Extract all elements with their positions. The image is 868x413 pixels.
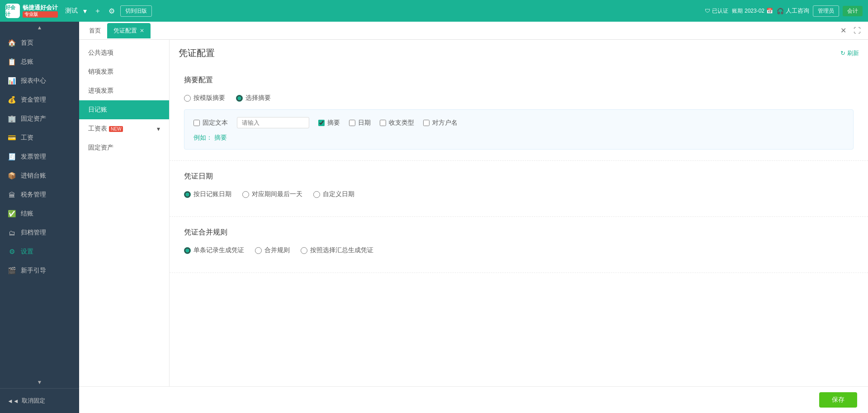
period-info: 账期 2023-02 📅 bbox=[732, 7, 773, 15]
service-button[interactable]: 🎧 人工咨询 bbox=[777, 7, 809, 15]
radio-select-summary-input[interactable] bbox=[236, 95, 243, 102]
refresh-button[interactable]: ↻ 刷新 bbox=[840, 49, 859, 57]
sidebar-item-sales[interactable]: 📦 进销台账 bbox=[0, 166, 79, 185]
radio-aggregate-generate-input[interactable] bbox=[301, 247, 307, 254]
window-close-icon[interactable]: ✕ bbox=[837, 24, 850, 37]
refresh-label: 刷新 bbox=[847, 49, 859, 57]
switch-old-version-button[interactable]: 切到旧版 bbox=[120, 5, 152, 17]
radio-period-last-day-label: 对应期间最后一天 bbox=[252, 190, 302, 198]
checkbox-income-type-label: 收支类型 bbox=[389, 119, 414, 127]
checkbox-income-type[interactable]: 收支类型 bbox=[380, 119, 414, 127]
radio-template-summary-label: 按模版摘要 bbox=[193, 94, 225, 102]
radio-custom-date-input[interactable] bbox=[313, 191, 320, 198]
radio-aggregate-generate-label: 按照选择汇总生成凭证 bbox=[310, 246, 373, 254]
radio-template-summary[interactable]: 按模版摘要 bbox=[184, 94, 225, 102]
radio-custom-date[interactable]: 自定义日期 bbox=[313, 190, 354, 198]
tab-home[interactable]: 首页 bbox=[83, 23, 107, 38]
tab-close-icon[interactable]: ✕ bbox=[140, 28, 144, 34]
logo-text: 畅捷通好会计 专业版 bbox=[23, 4, 58, 18]
checkbox-counterpart-name[interactable]: 对方户名 bbox=[423, 119, 458, 127]
merge-section-title: 凭证合并规则 bbox=[184, 228, 854, 237]
sidebar-item-tax[interactable]: 🏛 税务管理 bbox=[0, 185, 79, 204]
radio-journal-date-input[interactable] bbox=[184, 191, 191, 198]
fullscreen-icon[interactable]: ⛶ bbox=[850, 25, 864, 37]
top-right-area: 🛡 已认证 账期 2023-02 📅 🎧 人工咨询 管理员 会计 bbox=[705, 5, 863, 17]
left-nav-sales-invoice-label: 销项发票 bbox=[88, 68, 113, 76]
checkbox-summary-label: 摘要 bbox=[327, 119, 340, 127]
sidebar-label-salary: 工资 bbox=[21, 134, 33, 142]
calendar-icon[interactable]: 📅 bbox=[766, 8, 773, 14]
new-badge: NEW bbox=[109, 126, 123, 132]
checkbox-income-type-input[interactable] bbox=[380, 120, 386, 126]
sidebar-item-close[interactable]: ✅ 结账 bbox=[0, 204, 79, 223]
checkbox-summary[interactable]: 摘要 bbox=[318, 119, 340, 127]
left-nav-fixed-assets[interactable]: 固定资产 bbox=[79, 138, 169, 157]
radio-merge-rule[interactable]: 合并规则 bbox=[255, 246, 290, 254]
certified-label: 已认证 bbox=[712, 7, 728, 15]
sidebar-item-archive[interactable]: 🗂 归档管理 bbox=[0, 223, 79, 242]
tab-voucher-config-label: 凭证配置 bbox=[113, 27, 137, 35]
example-prefix: 例如： bbox=[193, 134, 212, 141]
logo-area: 好会计 畅捷通好会计 专业版 bbox=[5, 4, 58, 18]
left-nav-journal-label: 日记账 bbox=[88, 106, 107, 114]
radio-single-record[interactable]: 单条记录生成凭证 bbox=[184, 246, 244, 254]
scroll-down-arrow[interactable]: ▼ bbox=[33, 378, 46, 386]
sidebar-bottom: ◄◄ 取消固定 bbox=[0, 388, 79, 413]
service-label: 人工咨询 bbox=[786, 7, 809, 15]
settings-gear-icon[interactable]: ⚙ bbox=[105, 5, 118, 17]
sidebar-item-guide[interactable]: 🎬 新手引导 bbox=[0, 261, 79, 280]
radio-journal-date[interactable]: 按日记账日期 bbox=[184, 190, 231, 198]
checkbox-date[interactable]: 日期 bbox=[349, 119, 371, 127]
sidebar-item-invoice[interactable]: 🧾 发票管理 bbox=[0, 147, 79, 166]
checkbox-fixed-text-input[interactable] bbox=[193, 120, 200, 126]
pin-icon: ◄◄ bbox=[7, 398, 19, 404]
sidebar-label-guide: 新手引导 bbox=[21, 267, 46, 275]
checkbox-fixed-text[interactable]: 固定文本 bbox=[193, 119, 228, 127]
left-nav-journal[interactable]: 日记账 bbox=[79, 100, 169, 119]
sidebar-item-settings[interactable]: ⚙ 设置 bbox=[0, 242, 79, 261]
radio-select-summary[interactable]: 选择摘要 bbox=[236, 94, 271, 102]
radio-single-record-input[interactable] bbox=[184, 247, 191, 254]
radio-merge-rule-input[interactable] bbox=[255, 247, 262, 254]
sidebar-item-reports[interactable]: 📊 报表中心 bbox=[0, 71, 79, 90]
admin-button[interactable]: 管理员 bbox=[813, 5, 839, 17]
chevron-down-icon: ▾ bbox=[157, 125, 160, 132]
date-radio-group: 按日记账日期 对应期间最后一天 自定义日期 bbox=[184, 190, 854, 198]
archive-icon: 🗂 bbox=[7, 229, 16, 237]
sidebar-item-salary[interactable]: 💳 工资 bbox=[0, 128, 79, 147]
scroll-up-arrow[interactable]: ▲ bbox=[33, 23, 46, 32]
company-name: 测试 bbox=[65, 7, 78, 15]
fixed-text-input[interactable] bbox=[237, 117, 309, 128]
config-main: 凭证配置 ↻ 刷新 摘要配置 bbox=[170, 40, 868, 413]
sidebar-label-funds: 资金管理 bbox=[21, 96, 46, 104]
add-icon[interactable]: ＋ bbox=[90, 5, 105, 18]
dropdown-icon[interactable]: ▾ bbox=[80, 5, 90, 17]
radio-period-last-day[interactable]: 对应期间最后一天 bbox=[242, 190, 302, 198]
tab-voucher-config[interactable]: 凭证配置 ✕ bbox=[107, 23, 151, 38]
summary-section: 摘要配置 按模版摘要 选择摘要 bbox=[170, 65, 868, 161]
checkbox-summary-input[interactable] bbox=[318, 120, 325, 126]
radio-period-last-day-input[interactable] bbox=[242, 191, 249, 198]
sidebar-item-funds[interactable]: 💰 资金管理 bbox=[0, 90, 79, 109]
sidebar-label-archive: 归档管理 bbox=[21, 229, 46, 237]
sidebar-label-settings: 设置 bbox=[21, 248, 33, 256]
page-inner: 公共选项 销项发票 进项发票 日记账 工资表 NEW bbox=[79, 40, 868, 413]
checkbox-counterpart-name-input[interactable] bbox=[423, 120, 429, 126]
date-section-title: 凭证日期 bbox=[184, 172, 854, 181]
headset-icon: 🎧 bbox=[777, 8, 784, 14]
left-nav-payroll[interactable]: 工资表 NEW ▾ bbox=[79, 119, 169, 138]
left-nav-public[interactable]: 公共选项 bbox=[79, 43, 169, 62]
radio-template-summary-input[interactable] bbox=[184, 95, 191, 102]
left-nav-sales-invoice[interactable]: 销项发票 bbox=[79, 62, 169, 81]
accountant-button[interactable]: 会计 bbox=[843, 6, 863, 16]
radio-aggregate-generate[interactable]: 按照选择汇总生成凭证 bbox=[301, 246, 373, 254]
cancel-fixed-button[interactable]: ◄◄ 取消固定 bbox=[0, 392, 79, 409]
sidebar-item-home[interactable]: 🏠 首页 bbox=[0, 33, 79, 52]
logo-subtitle: 专业版 bbox=[23, 11, 58, 18]
checkbox-date-input[interactable] bbox=[349, 120, 355, 126]
save-button[interactable]: 保存 bbox=[819, 392, 857, 408]
sidebar-item-assets[interactable]: 🏢 固定资产 bbox=[0, 109, 79, 128]
sidebar-item-ledger[interactable]: 📋 总账 bbox=[0, 52, 79, 71]
ledger-icon: 📋 bbox=[7, 58, 16, 66]
left-nav-purchase-invoice[interactable]: 进项发票 bbox=[79, 81, 169, 100]
